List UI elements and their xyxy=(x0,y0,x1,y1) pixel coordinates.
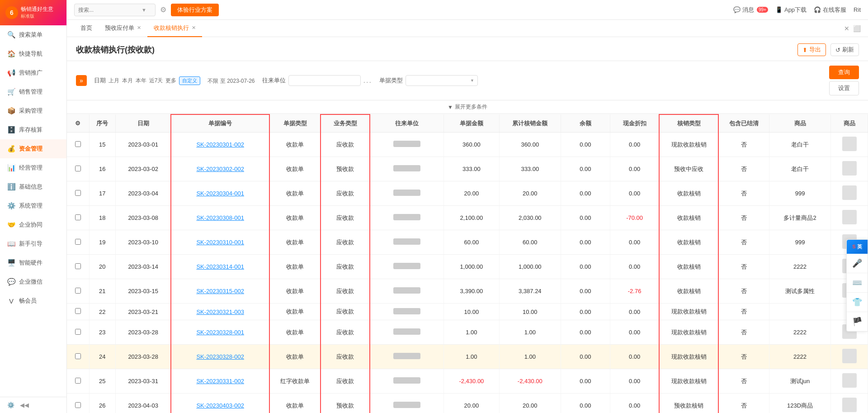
td-checkbox[interactable] xyxy=(67,206,89,230)
partner-filter-input[interactable] xyxy=(288,75,361,86)
refresh-button[interactable]: ↺ 刷新 xyxy=(830,43,859,56)
row-checkbox[interactable] xyxy=(75,141,81,147)
sidebar-item-inventory[interactable]: 🗄️ 库存核算 xyxy=(0,120,66,139)
order-no-link[interactable]: SK-20230301-002 xyxy=(196,141,244,148)
order-no-link[interactable]: SK-20230328-001 xyxy=(196,329,244,336)
td-checkbox[interactable] xyxy=(67,394,89,413)
sidebar-item-guide[interactable]: 📖 新手引导 xyxy=(0,234,66,253)
td-balance: 0.00 xyxy=(561,394,610,413)
table-row: 20 2023-03-14 SK-20230314-001 收款单 应收款 1,… xyxy=(67,255,868,279)
sidebar: 6 畅销通好生意 标准版 🔍 搜索菜单 🏠 快捷导航 📢 营销推广 🛒 销售管理… xyxy=(0,0,67,413)
td-checkbox[interactable] xyxy=(67,369,89,394)
topbar-search-input[interactable] xyxy=(78,7,142,13)
sidebar-item-operations[interactable]: 📊 经营管理 xyxy=(0,158,66,177)
order-no-link[interactable]: SK-20230321-003 xyxy=(196,309,244,315)
order-no-link[interactable]: SK-20230308-001 xyxy=(196,214,244,221)
floating-mic-icon[interactable]: 🎤 xyxy=(847,254,868,273)
td-checkbox[interactable] xyxy=(67,230,89,255)
row-checkbox[interactable] xyxy=(75,214,81,220)
row-checkbox[interactable] xyxy=(75,402,81,408)
maximize-window-icon[interactable]: ⬜ xyxy=(853,25,861,32)
row-checkbox[interactable] xyxy=(75,239,81,245)
filter-setting-button[interactable]: 设置 xyxy=(829,81,859,95)
date-link-this-month[interactable]: 本月 xyxy=(122,77,133,85)
row-checkbox[interactable] xyxy=(75,378,81,384)
order-no-link[interactable]: SK-20230302-002 xyxy=(196,166,244,172)
row-checkbox[interactable] xyxy=(75,190,81,196)
row-checkbox[interactable] xyxy=(75,353,81,359)
td-checkbox[interactable] xyxy=(67,345,89,369)
td-checkbox[interactable] xyxy=(67,304,89,320)
tab-home[interactable]: 首页 xyxy=(74,20,99,37)
query-button[interactable]: 查询 xyxy=(829,66,859,79)
partner-blurred xyxy=(393,328,420,335)
receipt-type-select[interactable] xyxy=(406,75,478,86)
order-no-link[interactable]: SK-20230304-001 xyxy=(196,190,244,197)
collapse-icon[interactable]: ◀◀ xyxy=(20,402,29,408)
filter-expand-button[interactable]: » xyxy=(76,75,87,86)
floating-flag-icon[interactable]: 🏴 xyxy=(847,312,868,331)
sidebar-item-search-menu[interactable]: 🔍 搜索菜单 xyxy=(0,25,66,44)
th-goods-img: 商品 xyxy=(831,114,868,133)
row-checkbox[interactable] xyxy=(75,263,81,269)
collect-execute-tab-close-icon[interactable]: ✕ xyxy=(192,25,196,31)
floating-keyboard-icon[interactable]: ⌨️ xyxy=(847,273,868,293)
order-no-link[interactable]: SK-20230310-001 xyxy=(196,239,244,246)
topbar-app-download-action[interactable]: 📱 App下载 xyxy=(775,6,807,14)
td-checkbox[interactable] xyxy=(67,255,89,279)
topbar-online-service-action[interactable]: 🎧 在线客服 xyxy=(814,6,846,14)
td-checkbox[interactable] xyxy=(67,133,89,157)
sidebar-item-finance[interactable]: 💰 资金管理 xyxy=(0,139,66,158)
floating-shirt-icon[interactable]: 👕 xyxy=(847,293,868,312)
td-total-write: 20.00 xyxy=(499,181,561,206)
td-checkbox[interactable] xyxy=(67,320,89,345)
sidebar-item-basic-info[interactable]: ℹ️ 基础信息 xyxy=(0,177,66,196)
order-no-link[interactable]: SK-20230315-002 xyxy=(196,288,244,294)
export-button[interactable]: ⬆ 导出 xyxy=(797,43,826,56)
sidebar-item-corp-wechat[interactable]: 💬 企业微信 xyxy=(0,272,66,291)
sidebar-item-corp-collab[interactable]: 🤝 企业协同 xyxy=(0,215,66,234)
row-checkbox[interactable] xyxy=(75,308,81,314)
close-window-icon[interactable]: ✕ xyxy=(844,25,849,32)
date-link-7days[interactable]: 近7天 xyxy=(149,77,163,85)
sidebar-item-sales[interactable]: 🛒 销售管理 xyxy=(0,82,66,101)
sidebar-item-label: 经营管理 xyxy=(19,164,42,172)
filter-custom-date-button[interactable]: 自定义 xyxy=(179,76,200,85)
expand-more-button[interactable]: ▼ 展开更多条件 xyxy=(448,103,487,111)
td-order-no: SK-20230301-002 xyxy=(171,133,269,157)
topbar-search-dropdown-icon[interactable]: ▼ xyxy=(142,7,146,13)
crown-icon: V xyxy=(7,297,15,305)
topbar-gear-icon[interactable]: ⚙ xyxy=(160,5,166,14)
row-checkbox[interactable] xyxy=(75,166,81,171)
td-checkbox[interactable] xyxy=(67,181,89,206)
sidebar-item-label: 搜索菜单 xyxy=(19,31,42,39)
solution-button[interactable]: 体验行业方案 xyxy=(171,4,219,16)
td-checkbox[interactable] xyxy=(67,279,89,304)
order-no-link[interactable]: SK-20230328-002 xyxy=(196,353,244,360)
sidebar-item-marketing[interactable]: 📢 营销推广 xyxy=(0,63,66,82)
tab-pre-collect[interactable]: 预收应付单 ✕ xyxy=(99,20,147,37)
sidebar-item-purchase[interactable]: 📦 采购管理 xyxy=(0,101,66,120)
pre-collect-tab-close-icon[interactable]: ✕ xyxy=(137,25,141,31)
sidebar-item-system[interactable]: ⚙️ 系统管理 xyxy=(0,196,66,215)
td-write-type: 收款核销 xyxy=(659,181,718,206)
tab-collect-execute[interactable]: 收款核销执行 ✕ xyxy=(147,20,202,37)
sidebar-item-quick-nav[interactable]: 🏠 快捷导航 xyxy=(0,44,66,63)
sidebar-item-label: 库存核算 xyxy=(19,126,42,134)
settings-bottom-icon[interactable]: ⚙️ xyxy=(7,402,14,408)
sidebar-item-smart-hw[interactable]: 🖥️ 智能硬件 xyxy=(0,253,66,272)
topbar-message-action[interactable]: 💬 消息 99+ xyxy=(733,6,768,14)
row-checkbox[interactable] xyxy=(75,329,81,335)
row-checkbox[interactable] xyxy=(75,288,81,294)
td-checkbox[interactable] xyxy=(67,157,89,181)
td-balance: 0.00 xyxy=(561,206,610,230)
order-no-link[interactable]: SK-20230403-002 xyxy=(196,402,244,409)
date-link-more[interactable]: 更多 xyxy=(165,77,176,85)
sidebar-item-member[interactable]: V 畅会员 xyxy=(0,291,66,310)
order-no-link[interactable]: SK-20230331-002 xyxy=(196,378,244,385)
date-link-this-year[interactable]: 本年 xyxy=(136,77,146,85)
th-settings[interactable]: ⚙ xyxy=(67,114,89,133)
td-goods: 2222 xyxy=(769,320,830,345)
order-no-link[interactable]: SK-20230314-001 xyxy=(196,263,244,270)
date-link-last-month[interactable]: 上月 xyxy=(108,77,119,85)
